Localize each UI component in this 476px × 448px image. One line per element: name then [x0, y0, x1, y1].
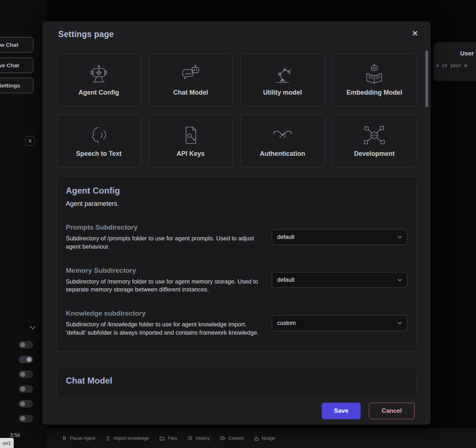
field-description: Subdirectory of /prompts folder to use f…: [66, 234, 263, 251]
robot-arm-icon: [270, 64, 295, 85]
settings-label: Settings: [0, 82, 20, 89]
sidebar-close-label: X: [28, 138, 32, 144]
toolbar-nudge[interactable]: Nudge: [254, 435, 275, 441]
network-cubes-icon: </>: [362, 125, 387, 146]
tile-authentication[interactable]: Authentication: [241, 115, 325, 167]
field-knowledge-subdirectory: Knowledge subdirectory Subdirectory of /…: [66, 309, 407, 337]
toggle-knob: [20, 401, 25, 406]
tile-agent-config[interactable]: Agent Config: [57, 54, 141, 106]
toolbar-history-label: History: [196, 436, 210, 441]
tile-development[interactable]: </> Development: [333, 115, 417, 167]
chat-bubbles-icon: [178, 64, 203, 85]
settings-button[interactable]: ⚙ Settings: [0, 78, 33, 93]
toggle-knob: [20, 342, 25, 347]
tile-utility-model-label: Utility model: [263, 89, 302, 96]
svg-text:</>: </>: [372, 134, 377, 137]
section-title: Chat Model: [66, 376, 407, 386]
field-label: Prompts Subdirectory: [66, 223, 263, 231]
tile-api-keys-label: API Keys: [177, 150, 205, 158]
section-title: Agent Config: [66, 186, 407, 196]
tile-speech-to-text-label: Speech to Text: [76, 150, 122, 158]
robot-book-icon: [362, 64, 387, 85]
chat-model-section: Chat Model: [57, 367, 416, 397]
new-chat-button[interactable]: New Chat: [0, 37, 33, 53]
sidebar: New Chat Save Chat ⚙ Settings X 3:58 on1: [0, 0, 47, 448]
toolbar-nudge-label: Nudge: [262, 436, 275, 441]
document-key-icon: [178, 125, 203, 146]
tile-embedding-model[interactable]: Embedding Model: [333, 54, 417, 106]
chevron-down-icon: [398, 279, 402, 281]
toolbar-context-label: Context: [228, 436, 244, 441]
tile-speech-to-text[interactable]: Speech to Text: [57, 115, 141, 167]
pause-icon: [62, 435, 67, 441]
chat-sender: User: [460, 50, 474, 57]
field-text: Knowledge subdirectory Subdirectory of /…: [66, 309, 263, 337]
close-icon[interactable]: ×: [412, 28, 418, 38]
field-memory-subdirectory: Memory Subdirectory Subdirectory of /mem…: [66, 267, 407, 294]
memory-subdirectory-select[interactable]: default: [272, 272, 407, 288]
sidebar-close-button[interactable]: X: [25, 136, 35, 146]
sidebar-toggle-6[interactable]: [19, 415, 33, 422]
select-value: default: [277, 277, 294, 283]
sidebar-toggle-1[interactable]: [19, 341, 33, 348]
select-value: default: [277, 234, 294, 240]
context-icon: [220, 436, 225, 440]
select-value: custom: [277, 320, 296, 326]
sidebar-toggle-5[interactable]: [19, 400, 33, 407]
knowledge-subdirectory-select[interactable]: custom: [272, 315, 407, 331]
toolbar-history[interactable]: History: [187, 435, 210, 441]
toolbar-import-label: Import knowledge: [114, 436, 149, 441]
folder-icon: [159, 436, 165, 441]
save-button[interactable]: Save: [322, 403, 361, 419]
handshake-icon: [270, 125, 295, 146]
field-description: Subdirectory of /memory folder to use fo…: [66, 277, 263, 294]
toggle-knob: [20, 372, 25, 377]
chat-message-text: e in your e: [436, 63, 467, 68]
tile-development-label: Development: [354, 150, 395, 158]
bottom-toolbar: Pause Agent Import knowledge Files Histo…: [47, 428, 476, 448]
field-label: Memory Subdirectory: [66, 267, 263, 275]
toolbar-context[interactable]: Context: [220, 436, 244, 441]
tile-chat-model[interactable]: Chat Model: [149, 54, 233, 106]
robot-monitor-icon: [86, 64, 111, 85]
chat-message-panel: User e in your e: [433, 42, 476, 81]
clock-time: 3:58: [10, 432, 20, 438]
speech-face-icon: [86, 125, 111, 146]
toolbar-pause-label: Pause Agent: [70, 436, 95, 441]
chevron-down-icon: [398, 236, 402, 239]
tile-authentication-label: Authentication: [260, 150, 305, 158]
sidebar-toggle-4[interactable]: [19, 385, 33, 393]
tile-agent-config-label: Agent Config: [78, 89, 119, 96]
toggle-knob: [27, 357, 32, 362]
field-text: Memory Subdirectory Subdirectory of /mem…: [66, 267, 263, 294]
save-chat-label: Save Chat: [0, 62, 19, 69]
tile-embedding-model-label: Embedding Model: [347, 89, 402, 96]
toolbar-import-knowledge[interactable]: Import knowledge: [105, 435, 149, 441]
tile-api-keys[interactable]: API Keys: [149, 115, 233, 167]
sidebar-toggle-3[interactable]: [19, 371, 33, 378]
modal-footer: Save Cancel: [42, 397, 431, 425]
chevron-down-icon: [398, 322, 402, 325]
settings-tile-grid: Agent Config Chat Model: [57, 54, 416, 167]
toggle-knob: [20, 416, 25, 421]
corner-badge: on1: [0, 438, 14, 448]
toggle-knob: [20, 386, 25, 392]
prompts-subdirectory-select[interactable]: default: [272, 229, 407, 245]
nudge-hand-icon: [254, 435, 259, 441]
upload-icon: [105, 435, 111, 441]
history-icon: [187, 435, 193, 441]
field-text: Prompts Subdirectory Subdirectory of /pr…: [66, 223, 263, 251]
field-description: Subdirectory of /knowledge folder to use…: [66, 320, 263, 337]
chevron-down-icon[interactable]: [29, 325, 37, 331]
section-subtitle: Agent parameters.: [66, 200, 407, 208]
save-chat-button[interactable]: Save Chat: [0, 58, 33, 73]
modal-title: Settings page: [58, 30, 114, 39]
cancel-button[interactable]: Cancel: [369, 403, 415, 419]
settings-modal: Settings page × Agent Co: [42, 21, 431, 425]
toolbar-files[interactable]: Files: [159, 436, 177, 441]
tile-utility-model[interactable]: Utility model: [241, 54, 325, 106]
modal-content: Agent Config Chat Model: [42, 45, 431, 397]
new-chat-label: New Chat: [0, 42, 18, 48]
toolbar-pause-agent[interactable]: Pause Agent: [62, 435, 95, 441]
sidebar-toggle-2[interactable]: [19, 356, 33, 363]
